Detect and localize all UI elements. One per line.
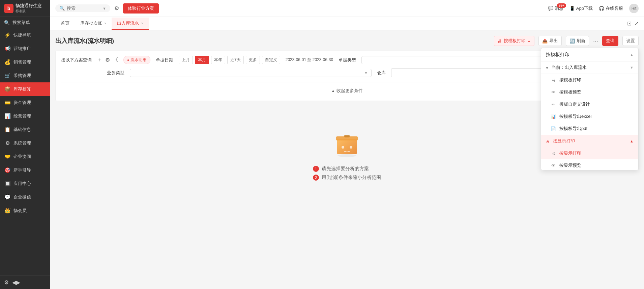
chevron-up-icon: ▲ [527,39,531,43]
tab-batch[interactable]: 库存批次账 × [75,18,112,30]
sidebar-search-label: 搜索菜单 [12,20,30,26]
empty-illustration [330,125,364,159]
filter-prefix-label: 按以下方案查询 [61,57,92,63]
enterprise-label: 企业协同 [13,154,31,160]
dropdown-template-print[interactable]: 🖨 按模板打印 [541,74,638,86]
dropdown-template-custom-label: 模板自定义设计 [559,101,590,107]
sidebar-bottom: ⚙ ◀▶ [0,275,50,289]
tab-batch-label: 库存批次账 [80,20,102,26]
quick-nav-label: 快捷导航 [13,32,31,38]
empty-step-1-text: 请先选择要分析的方案 [322,166,369,172]
more-actions-icon[interactable]: ··· [593,37,598,45]
sidebar-item-system[interactable]: ⚙ 系统管理 [0,136,50,150]
sidebar-search-item[interactable]: 🔍 搜索菜单 [0,17,50,28]
filter-tag-label: 流水明细 [130,57,147,63]
date-filter: 上月 本月 本年 近7天 更多 自定义 [179,56,280,64]
app-download-btn[interactable]: 📱 App下载 [569,5,593,11]
topbar-search-input[interactable] [67,6,100,11]
tab-home[interactable]: 首页 [55,18,75,30]
template-print-btn[interactable]: 🖨 按模板打印 ▲ [494,36,534,46]
collapse-sidebar-icon[interactable]: ◀▶ [12,279,20,286]
topbar-search-icon: 🔍 [59,6,65,11]
expand-icon[interactable]: ⤢ [634,20,639,27]
export-btn[interactable]: 📤 导出 [538,36,562,46]
app-download-label: App下载 [576,5,593,11]
sidebar-item-inventory[interactable]: 📦 库存核算 [0,82,50,96]
filter-settings-icon[interactable]: ⚙ [105,57,110,63]
sidebar-item-enterprise[interactable]: 🤝 企业协同 [0,150,50,163]
sidebar-item-sales[interactable]: 💰 销售管理 [0,55,50,69]
collapse-conditions-btn[interactable]: ▲ 收起更多条件 [327,86,367,96]
svg-point-3 [350,146,352,149]
message-btn[interactable]: 💬 消息 99+ [548,5,563,11]
filter-collapse-icon[interactable]: 《 [113,56,118,63]
filter-tag[interactable]: ● 流水明细 [123,56,150,64]
tabs-right-actions: ⊡ ⤢ [627,20,639,27]
basics-label: 基础信息 [13,127,31,133]
marketing-icon: 📢 [4,46,11,52]
sidebar-item-purchase[interactable]: 🛒 采购管理 [0,69,50,82]
dropdown-template-preview[interactable]: 👁 按模板预览 [541,86,638,98]
system-icon: ⚙ [4,140,11,146]
settings-btn[interactable]: 设置 [622,36,639,46]
sidebar-nav: ⚡ 快捷导航 📢 营销推广 💰 销售管理 🛒 采购管理 📦 库存核算 💳 资金管… [0,28,50,275]
this-year-btn[interactable]: 本年 [211,56,225,64]
app-download-icon: 📱 [569,6,575,11]
sidebar-item-guide[interactable]: 🎯 新手引导 [0,163,50,177]
industry-btn[interactable]: 体验行业方案 [123,3,159,14]
dropdown-template-excel-label: 按模板导出excel [559,113,591,120]
dropdown-template-preview-label: 按模板预览 [559,89,581,95]
dropdown-current[interactable]: ● 当前：出入库流水 ▼ [541,61,638,74]
content-area: 出入库流水(流水明细) 🖨 按模板打印 ▲ 📤 导出 🔄 刷新 ··· 查询 设… [50,30,644,289]
more-date-btn[interactable]: 更多 [246,56,260,64]
custom-date-btn[interactable]: 自定义 [262,56,280,64]
prev-month-btn[interactable]: 上月 [179,56,193,64]
finance-icon: 💳 [4,100,11,106]
dropdown-display-print[interactable]: 🖨 按显示打印 [541,147,638,159]
logo-subtitle: 标准版 [16,9,42,14]
query-btn[interactable]: 查询 [602,36,618,46]
sidebar-item-finance[interactable]: 💳 资金管理 [0,96,50,109]
last7days-btn[interactable]: 近7天 [227,56,244,64]
sidebar-item-quick-nav[interactable]: ⚡ 快捷导航 [0,28,50,42]
tab-flow-close[interactable]: × [141,21,143,25]
filter-actions: ＋ ⚙ 《 [97,56,118,63]
sidebar-item-apps[interactable]: 🔲 应用中心 [0,177,50,190]
sales-icon: 💰 [4,59,11,65]
collapse-label: 收起更多条件 [336,88,363,94]
filter-add-icon[interactable]: ＋ [97,56,103,63]
topbar-gear-icon[interactable]: ⚙ [114,5,119,11]
topbar: 🔍 ▼ ⚙ 体验行业方案 💬 消息 99+ 📱 App下载 🎧 在线客服 Rit [50,0,644,17]
dropdown-template-pdf[interactable]: 📄 按模板导出pdf [541,123,638,135]
user-avatar[interactable]: Rit [629,4,639,13]
refresh-btn[interactable]: 🔄 刷新 [566,36,589,46]
sidebar-item-members[interactable]: 👑 畅会员 [0,204,50,217]
dropdown-section-template: 🖨 按模板打印 👁 按模板预览 ✏ 模板自定义设计 [541,74,638,135]
dropdown-current-label: 当前：出入库流水 [552,64,626,71]
topbar-search[interactable]: 🔍 ▼ [55,4,110,12]
sidebar-item-operations[interactable]: 📊 经营管理 [0,109,50,123]
restore-icon[interactable]: ⊡ [627,20,632,27]
settings-bottom-icon[interactable]: ⚙ [4,279,9,286]
printer-icon: 🖨 [498,38,502,44]
biz-type-select[interactable]: ▼ [130,69,372,77]
tab-flow[interactable]: 出入库流水 × [112,18,148,30]
tab-batch-close[interactable]: × [104,21,106,25]
dropdown-display-group-title[interactable]: 🖨 按显示打印 ▲ [541,135,638,147]
message-badge: 99+ [557,3,566,8]
search-icon: 🔍 [4,20,10,25]
dropdown-chevron-up[interactable]: ▲ [630,53,634,57]
dropdown-template-excel[interactable]: 📊 按模板导出excel [541,110,638,123]
online-service-btn[interactable]: 🎧 在线客服 [599,5,623,11]
export-label: 导出 [549,38,558,44]
basics-icon: 📋 [4,127,11,133]
dropdown-template-pdf-label: 按模板导出pdf [559,126,587,132]
topbar-dropdown-icon[interactable]: ▼ [103,6,106,10]
dropdown-template-custom[interactable]: ✏ 模板自定义设计 [541,98,638,110]
dropdown-display-preview[interactable]: 👁 按显示预览 [541,159,638,170]
this-month-btn[interactable]: 本月 [195,56,209,64]
dropdown-header-right: ▲ [630,53,634,57]
sidebar-item-basics[interactable]: 📋 基础信息 [0,123,50,136]
sidebar-item-marketing[interactable]: 📢 营销推广 [0,42,50,55]
sidebar-item-wechat[interactable]: 💬 企业微信 [0,190,50,204]
